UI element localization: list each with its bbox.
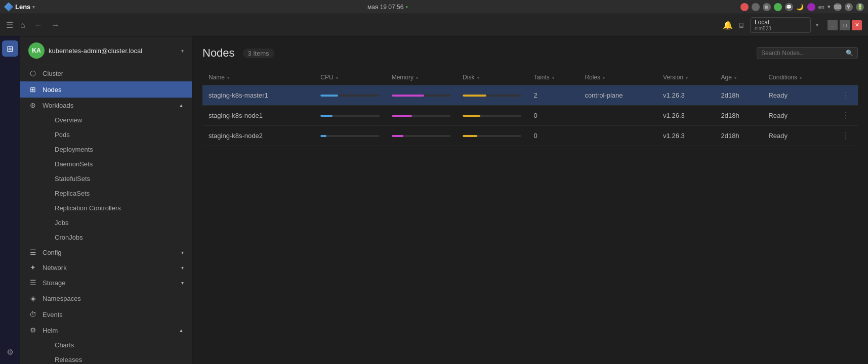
- sidebar-item-daemonsets-label: DaemonSets: [55, 160, 93, 168]
- minimize-button[interactable]: –: [828, 20, 838, 30]
- storage-icon: ☰: [28, 279, 37, 287]
- sys-icon-5: 💬: [785, 3, 793, 11]
- back-icon[interactable]: ←: [32, 19, 45, 32]
- sys-icon-3: 🖥: [763, 3, 771, 11]
- sidebar-item-events[interactable]: ⏱ Events: [20, 306, 192, 323]
- cluster-icon: ⬡: [28, 69, 37, 78]
- helm-submenu: Charts Releases: [20, 338, 192, 364]
- cell-age-1: 2d18h: [715, 106, 763, 126]
- cluster-dropdown-arrow[interactable]: ▾: [816, 22, 818, 28]
- sidebar-group-workloads-label: Workloads: [43, 102, 73, 109]
- search-box[interactable]: 🔍: [757, 47, 858, 59]
- cell-memory-2: [386, 126, 457, 146]
- sort-arrow-age: ▾: [734, 76, 736, 80]
- sidebar-group-config-label: Config: [43, 249, 62, 256]
- network-icon: ✦: [28, 263, 37, 271]
- network-collapse-arrow: ▾: [181, 265, 184, 270]
- sys-icon-10: 🔋: [856, 3, 864, 11]
- col-memory[interactable]: Memory ▾: [386, 70, 457, 85]
- col-disk[interactable]: Disk ▾: [457, 70, 527, 85]
- row-menu-icon-0[interactable]: ⋮: [840, 91, 852, 100]
- table-row[interactable]: staging-k8s-master1 2 control-plane v1.2…: [202, 85, 858, 106]
- sys-icon-6: 🌙: [796, 3, 804, 11]
- col-name[interactable]: Name ▾: [202, 70, 314, 85]
- row-menu-icon-1[interactable]: ⋮: [840, 111, 852, 120]
- app-bar: ☰ ⌂ ← → 🔔 🖥 Local nim523 ▾ – □ ✕: [0, 14, 868, 36]
- sidebar-group-storage[interactable]: ☰ Storage ▾: [20, 275, 192, 290]
- main-layout: ⊞ ⚙ KA kubernetes-admin@cluster.local ▾ …: [0, 36, 868, 364]
- sys-icon-4: [774, 3, 782, 11]
- sys-icon-1: [740, 3, 749, 11]
- cell-age-2: 2d18h: [715, 126, 763, 146]
- cluster-user-selector[interactable]: KA kubernetes-admin@cluster.local ▾: [20, 36, 192, 65]
- cell-menu-0[interactable]: ⋮: [834, 85, 858, 106]
- lens-diamond-icon: [4, 3, 13, 12]
- table-row[interactable]: staging-k8s-node1 0 v1.26.3 2d18h Ready …: [202, 106, 858, 126]
- cell-menu-1[interactable]: ⋮: [834, 106, 858, 126]
- col-version[interactable]: Version ▾: [657, 70, 715, 85]
- home-icon[interactable]: ⌂: [18, 19, 27, 32]
- system-bar-center: мая 19 07:56 ●: [367, 4, 408, 11]
- system-bar: Lens ▾ мая 19 07:56 ● 🖥 💬 🌙 en ▾ ⌨ 🎙 🔋: [0, 0, 868, 14]
- icon-bar-clusters[interactable]: ⊞: [2, 40, 18, 57]
- sidebar-item-releases[interactable]: Releases: [43, 352, 192, 364]
- cell-version-0: v1.26.3: [657, 85, 715, 106]
- sidebar-item-nodes[interactable]: ⊞ Nodes: [20, 81, 192, 98]
- sidebar-group-helm[interactable]: ⚙ Helm ▲: [20, 323, 192, 338]
- sidebar-item-jobs[interactable]: Jobs: [43, 215, 192, 230]
- sidebar-item-namespaces[interactable]: ◈ Namespaces: [20, 290, 192, 306]
- table-header-row: Name ▾ CPU ▾ Memory ▾ Disk ▾ Taints ▾ Ro…: [202, 70, 858, 85]
- datetime-label: мая 19 07:56: [367, 4, 403, 11]
- search-icon: 🔍: [846, 50, 853, 57]
- col-roles[interactable]: Roles ▾: [578, 70, 657, 85]
- col-cpu[interactable]: CPU ▾: [314, 70, 385, 85]
- forward-icon[interactable]: →: [50, 19, 62, 32]
- cell-disk-2: [457, 126, 527, 146]
- cell-memory-0: [386, 85, 457, 106]
- sidebar-group-network[interactable]: ✦ Network ▾: [20, 260, 192, 275]
- cell-cpu-0: [314, 85, 385, 106]
- col-age[interactable]: Age ▾: [715, 70, 763, 85]
- row-menu-icon-2[interactable]: ⋮: [840, 131, 852, 140]
- cluster-user-name: kubernetes-admin@cluster.local: [49, 47, 177, 55]
- sidebar-item-overview[interactable]: Overview: [43, 113, 192, 127]
- sort-arrow-version: ▾: [686, 76, 688, 80]
- lens-logo: Lens ▾: [4, 3, 35, 12]
- search-input[interactable]: [761, 50, 843, 57]
- sidebar-item-replicasets[interactable]: ReplicaSets: [43, 186, 192, 201]
- sidebar-item-daemonsets[interactable]: DaemonSets: [43, 157, 192, 171]
- cluster-selector-header[interactable]: Local nim523: [750, 17, 811, 33]
- sidebar-item-deployments[interactable]: Deployments: [43, 142, 192, 157]
- sidebar-item-charts[interactable]: Charts: [43, 338, 192, 352]
- hamburger-icon[interactable]: ☰: [6, 20, 13, 30]
- settings-icon[interactable]: ⚙: [2, 344, 18, 360]
- sidebar-item-pods[interactable]: Pods: [43, 127, 192, 142]
- sidebar-item-statefulsets[interactable]: StatefulSets: [43, 171, 192, 186]
- sidebar-item-jobs-label: Jobs: [55, 219, 68, 226]
- sidebar-item-replication-controllers[interactable]: Replication Controllers: [43, 201, 192, 215]
- main-content: Nodes 3 items 🔍 Name ▾ CPU ▾ Memory ▾ Di…: [192, 36, 868, 364]
- notification-bell-icon[interactable]: 🔔: [723, 20, 733, 30]
- sys-icon-2: [752, 3, 760, 11]
- sort-arrow-name: ▾: [227, 76, 229, 80]
- sidebar-item-cronjobs[interactable]: CronJobs: [43, 230, 192, 245]
- sidebar-group-config[interactable]: ☰ Config ▾: [20, 245, 192, 260]
- avatar: KA: [28, 42, 45, 59]
- sort-arrow-disk: ▾: [477, 76, 479, 80]
- cell-condition-1: Ready: [762, 106, 834, 126]
- cell-roles-1: [578, 106, 657, 126]
- sidebar-group-workloads[interactable]: ⊛ Workloads ▲: [20, 98, 192, 113]
- sidebar-item-cluster[interactable]: ⬡ Cluster: [20, 65, 192, 81]
- cell-menu-2[interactable]: ⋮: [834, 126, 858, 146]
- col-taints[interactable]: Taints ▾: [527, 70, 578, 85]
- lang-label: en: [818, 4, 824, 10]
- cell-cpu-1: [314, 106, 385, 126]
- workloads-collapse-arrow: ▲: [179, 103, 184, 108]
- cell-taints-0: 2: [527, 85, 578, 106]
- maximize-button[interactable]: □: [840, 20, 850, 30]
- col-conditions[interactable]: Conditions ▾: [762, 70, 834, 85]
- close-button[interactable]: ✕: [852, 20, 862, 30]
- helm-collapse-arrow: ▲: [179, 328, 184, 333]
- table-row[interactable]: staging-k8s-node2 0 v1.26.3 2d18h Ready …: [202, 126, 858, 146]
- namespaces-icon: ◈: [28, 294, 37, 303]
